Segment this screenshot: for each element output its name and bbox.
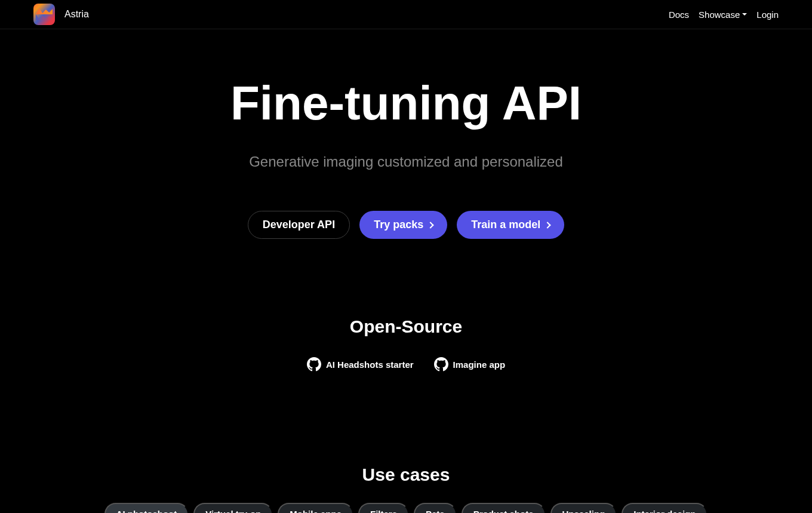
chevron-right-icon	[427, 222, 434, 228]
nav-docs[interactable]: Docs	[669, 10, 689, 20]
developer-api-button[interactable]: Developer API	[248, 211, 350, 239]
hero-title: Fine-tuning API	[0, 77, 812, 130]
train-model-label: Train a model	[471, 219, 540, 231]
github-link-imagine[interactable]: Imagine app	[434, 357, 506, 371]
nav-login[interactable]: Login	[756, 10, 779, 20]
use-cases-tabs: AI photoshoot Virtual try-on Mobile apps…	[0, 503, 812, 513]
use-cases-title: Use cases	[0, 465, 812, 485]
hero-buttons: Developer API Try packs Train a model	[0, 211, 812, 239]
github-icon	[307, 357, 321, 371]
nav-showcase[interactable]: Showcase	[699, 10, 747, 20]
github-link-headshots[interactable]: AI Headshots starter	[307, 357, 414, 371]
developer-api-label: Developer API	[263, 219, 335, 231]
tab-virtual-try-on[interactable]: Virtual try-on	[193, 503, 273, 513]
github-icon	[434, 357, 448, 371]
caret-down-icon	[742, 13, 747, 16]
use-cases-section: Use cases AI photoshoot Virtual try-on M…	[0, 465, 812, 513]
brand-logo[interactable]	[33, 4, 55, 25]
open-source-title: Open-Source	[0, 317, 812, 337]
tab-product-shots[interactable]: Product shots	[462, 503, 546, 513]
tab-upscaling[interactable]: Upscaling	[550, 503, 617, 513]
tab-pets[interactable]: Pets	[414, 503, 457, 513]
open-source-section: Open-Source AI Headshots starter Imagine…	[0, 317, 812, 371]
hero-section: Fine-tuning API Generative imaging custo…	[0, 29, 812, 239]
navbar: Astria Docs Showcase Login	[0, 0, 812, 29]
tab-filters[interactable]: Filters	[358, 503, 409, 513]
try-packs-label: Try packs	[374, 219, 423, 231]
brand-name[interactable]: Astria	[64, 9, 89, 20]
github-link-headshots-label: AI Headshots starter	[326, 360, 414, 370]
train-model-button[interactable]: Train a model	[457, 211, 564, 239]
nav-showcase-label: Showcase	[699, 10, 740, 20]
navbar-left: Astria	[33, 4, 89, 25]
hero-subtitle: Generative imaging customized and person…	[0, 153, 812, 170]
github-links: AI Headshots starter Imagine app	[0, 357, 812, 371]
github-link-imagine-label: Imagine app	[453, 360, 506, 370]
tab-ai-photoshoot[interactable]: AI photoshoot	[104, 503, 189, 513]
try-packs-button[interactable]: Try packs	[359, 211, 447, 239]
chevron-right-icon	[545, 222, 551, 228]
navbar-right: Docs Showcase Login	[669, 10, 779, 20]
tab-mobile-apps[interactable]: Mobile apps	[278, 503, 353, 513]
tab-interior-design[interactable]: Interior design	[622, 503, 708, 513]
